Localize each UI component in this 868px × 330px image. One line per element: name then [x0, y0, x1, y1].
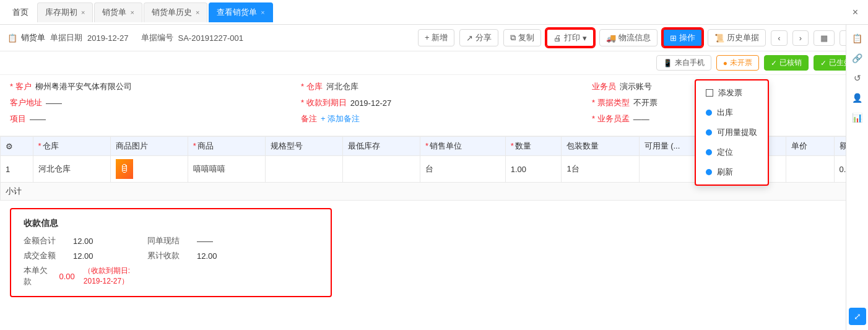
- next-icon: ›: [799, 33, 802, 43]
- menu-item-refresh[interactable]: 刷新: [696, 162, 768, 182]
- project-value: ——: [30, 115, 46, 124]
- col-unit-price: 单价: [786, 137, 834, 156]
- due-row: 本单欠款 0.00 （收款到期日: 2019-12-27）: [24, 265, 147, 287]
- project-field: 项目 ——: [10, 113, 276, 124]
- operations-icon: ⊞: [670, 33, 677, 43]
- note-add-label[interactable]: + 添加备注: [321, 113, 360, 124]
- sidebar-icon-3[interactable]: ↺: [849, 69, 866, 87]
- row-pack-qty: 1台: [562, 156, 639, 183]
- share-label: 分享: [475, 32, 492, 43]
- ticket-value: 不开票: [633, 97, 658, 108]
- from-phone-button[interactable]: 📱 来自手机: [656, 55, 711, 71]
- print-dropdown-icon: ▾: [583, 33, 587, 43]
- amount-total-row: 金额合计 12.00: [24, 235, 147, 246]
- cumulative-value: 12.00: [197, 251, 217, 261]
- transaction-row: 成交金额 12.00: [24, 250, 147, 261]
- toolbar: + 新增 ↗ 分享 ⧉ 复制 🖨 打印 ▾ 🚚 物流信息 ⊞ 操作: [418, 28, 861, 47]
- payment-box: 收款信息 金额合计 12.00 同单现结 —— 成交金额 12.00 累计收款 …: [10, 208, 332, 297]
- logistics-icon: 🚚: [606, 33, 616, 43]
- share-icon: ↗: [466, 33, 473, 43]
- doc-title: 📋 销货单: [7, 32, 45, 43]
- history-button[interactable]: 📜 历史单据: [708, 29, 766, 46]
- same-order-row: 同单现结 ——: [147, 235, 271, 246]
- print-button[interactable]: 🖨 打印 ▾: [546, 28, 594, 47]
- col-warehouse: *仓库: [33, 137, 110, 156]
- tab-sales-history-label: 销货单历史: [152, 7, 192, 18]
- operations-button[interactable]: ⊞ 操作: [662, 28, 703, 47]
- product-image: 🛢: [116, 159, 133, 179]
- due-date-label: 收款到期日: [301, 97, 347, 108]
- logistics-button[interactable]: 🚚 物流信息: [599, 29, 658, 46]
- employee-value: 演示账号: [620, 81, 652, 92]
- menu-item-outbound[interactable]: 出库: [696, 103, 768, 123]
- status-row: 📱 来自手机 ● 未开票 ✓ 已核销 ✓ 已生效: [0, 51, 868, 75]
- outbound-icon: [706, 110, 712, 116]
- address-field: 客户地址 ——: [10, 97, 276, 108]
- tab-sales-order-close[interactable]: ×: [130, 9, 134, 16]
- row-image: 🛢: [110, 156, 188, 183]
- tab-home[interactable]: 首页: [5, 2, 36, 22]
- tab-check-sales-label: 查看销货单: [217, 7, 257, 18]
- sidebar-icon-2[interactable]: 🔗: [849, 50, 866, 67]
- tab-check-sales-close[interactable]: ×: [261, 9, 264, 16]
- note-field: 备注 + 添加备注: [301, 113, 567, 124]
- menu-item-add-invoice[interactable]: 添发票: [696, 83, 768, 103]
- amount-total-label: 金额合计: [24, 235, 67, 246]
- due-label: 本单欠款: [24, 265, 53, 287]
- sidebar-icon-1[interactable]: 📋: [849, 30, 866, 47]
- warehouse-label: 仓库: [301, 81, 323, 92]
- grid-view-icon: ▦: [820, 33, 828, 43]
- due-date-field: 收款到期日 2019-12-27: [301, 97, 567, 108]
- available-label: 可用量提取: [717, 127, 757, 138]
- dropdown-menu: 添发票 出库 可用量提取 定位 刷新: [695, 79, 769, 186]
- copy-button[interactable]: ⧉ 复制: [503, 29, 541, 46]
- customer-label: 客户: [10, 81, 32, 92]
- locate-label: 定位: [717, 147, 733, 158]
- menu-item-available[interactable]: 可用量提取: [696, 123, 768, 142]
- address-value: ——: [46, 98, 62, 108]
- new-button[interactable]: + 新增: [418, 29, 454, 46]
- tab-inventory-init[interactable]: 库存期初 ×: [37, 2, 93, 22]
- share-button[interactable]: ↗ 分享: [459, 29, 498, 46]
- menu-item-locate[interactable]: 定位: [696, 142, 768, 162]
- tab-home-label: 首页: [12, 7, 28, 18]
- row-unit-price: [786, 156, 834, 183]
- tab-sales-order[interactable]: 销货单 ×: [94, 2, 142, 22]
- col-quantity: *数量: [505, 137, 562, 156]
- verified-button[interactable]: ✓ 已核销: [764, 55, 809, 71]
- col-settings[interactable]: ⚙: [1, 137, 33, 156]
- col-min-stock: 最低库存: [342, 137, 420, 156]
- operations-label: 操作: [679, 32, 695, 43]
- next-button[interactable]: ›: [792, 30, 809, 46]
- prev-icon: ‹: [778, 33, 780, 43]
- col-sales-unit: *销售单位: [420, 137, 505, 156]
- row-sales-unit: 台: [420, 156, 505, 183]
- customer-field: 客户 柳州粤港平安气体有限公司: [10, 81, 276, 92]
- sidebar-icon-5[interactable]: 📊: [849, 109, 866, 126]
- print-icon: 🖨: [553, 33, 562, 43]
- no-ticket-label: 未开票: [730, 58, 752, 68]
- prev-button[interactable]: ‹: [771, 30, 787, 46]
- ticket-label: 票据类型: [592, 97, 630, 108]
- effective-icon: ✓: [820, 59, 827, 67]
- tab-sales-history-close[interactable]: ×: [196, 9, 199, 16]
- grid-view-button[interactable]: ▦: [814, 30, 835, 46]
- row-warehouse: 河北仓库: [33, 156, 110, 183]
- outbound-label: 出库: [717, 107, 733, 118]
- sidebar-icon-4[interactable]: 👤: [849, 89, 866, 106]
- copy-label: 复制: [518, 32, 534, 43]
- tab-sales-history[interactable]: 销货单历史 ×: [144, 2, 207, 22]
- col-spec: 规格型号: [265, 137, 342, 156]
- sidebar-icon-expand[interactable]: ⤢: [849, 308, 866, 325]
- window-close-icon[interactable]: ×: [848, 4, 863, 20]
- transaction-value: 12.00: [73, 251, 93, 261]
- col-pack-qty: 包装数量: [562, 137, 639, 156]
- tab-check-sales[interactable]: 查看销货单 ×: [209, 2, 272, 22]
- no-ticket-button[interactable]: ● 未开票: [716, 55, 759, 71]
- ticket-icon: ●: [723, 59, 727, 67]
- due-date-value: 2019-12-27: [350, 98, 392, 108]
- customer-value: 柳州粤港平安气体有限公司: [35, 81, 132, 92]
- amount-total-value: 12.00: [73, 237, 93, 246]
- tab-inventory-init-close[interactable]: ×: [81, 9, 85, 16]
- verified-label: 已核销: [779, 58, 802, 68]
